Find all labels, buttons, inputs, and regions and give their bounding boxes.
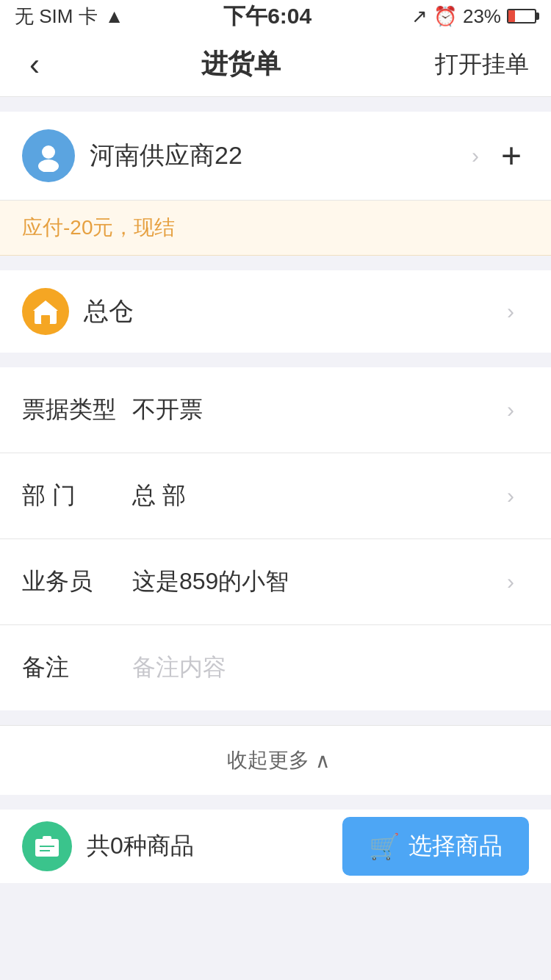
form-section: 票据类型 不开票 › 部 门 总 部 › 业务员 这是859的小智 › 备注 备… — [0, 367, 551, 710]
select-product-icon: 🛒 — [369, 832, 400, 861]
remark-label: 备注 — [22, 652, 118, 684]
department-value: 总 部 — [118, 480, 507, 512]
warehouse-chevron-icon: › — [507, 299, 514, 324]
location-icon: ↗ — [411, 5, 428, 28]
bottom-bar: 共0种商品 🛒 选择商品 — [0, 810, 551, 883]
warehouse-name: 总仓 — [84, 295, 507, 328]
warehouse-icon — [22, 288, 69, 335]
supplier-avatar-icon — [32, 140, 65, 172]
battery-icon — [507, 9, 536, 24]
status-right: ↗ ⏰ 23% — [411, 5, 536, 28]
department-label: 部 门 — [22, 480, 118, 512]
collapse-icon: ∧ — [315, 749, 331, 773]
notice-bar: 应付-20元，现结 — [0, 201, 551, 256]
select-product-label: 选择商品 — [408, 830, 503, 862]
page-title: 进货单 — [201, 46, 281, 82]
supplier-section: 河南供应商22 › + 应付-20元，现结 — [0, 112, 551, 256]
warehouse-row[interactable]: 总仓 › — [0, 270, 551, 353]
sim-label: 无 SIM 卡 — [15, 4, 98, 29]
status-time: 下午6:04 — [223, 1, 311, 32]
invoice-type-row[interactable]: 票据类型 不开票 › — [0, 367, 551, 453]
svg-rect-6 — [43, 836, 51, 842]
supplier-chevron-icon: › — [472, 143, 479, 168]
open-pending-button[interactable]: 打开挂单 — [435, 48, 529, 81]
department-chevron-icon: › — [507, 483, 514, 508]
salesperson-chevron-icon: › — [507, 569, 514, 594]
svg-rect-4 — [41, 315, 50, 324]
department-row[interactable]: 部 门 总 部 › — [0, 453, 551, 539]
select-product-button[interactable]: 🛒 选择商品 — [342, 817, 529, 876]
svg-marker-3 — [33, 300, 58, 311]
supplier-name: 河南供应商22 — [90, 139, 472, 173]
supplier-row[interactable]: 河南供应商22 › + — [0, 112, 551, 201]
warehouse-icon-svg — [32, 298, 60, 325]
remark-row[interactable]: 备注 备注内容 — [0, 625, 551, 710]
remark-input[interactable]: 备注内容 — [118, 652, 529, 684]
svg-point-0 — [42, 145, 55, 159]
invoice-type-chevron-icon: › — [507, 397, 514, 422]
product-icon-svg — [32, 832, 62, 861]
nav-bar: ‹ 进货单 打开挂单 — [0, 32, 551, 97]
page-background — [0, 883, 551, 980]
battery-label: 23% — [463, 5, 501, 28]
product-icon — [22, 821, 72, 871]
salesperson-row[interactable]: 业务员 这是859的小智 › — [0, 539, 551, 625]
wifi-icon: ▲ — [105, 5, 124, 28]
collapse-row[interactable]: 收起更多 ∧ — [0, 725, 551, 795]
svg-point-1 — [38, 159, 59, 172]
add-button[interactable]: + — [494, 138, 529, 173]
supplier-avatar — [22, 129, 75, 182]
status-left: 无 SIM 卡 ▲ — [15, 4, 123, 29]
invoice-type-value: 不开票 — [118, 394, 507, 426]
product-count: 共0种商品 — [87, 830, 342, 862]
collapse-label: 收起更多 — [227, 746, 309, 774]
status-bar: 无 SIM 卡 ▲ 下午6:04 ↗ ⏰ 23% — [0, 0, 551, 32]
back-button[interactable]: ‹ — [22, 42, 47, 87]
salesperson-label: 业务员 — [22, 566, 118, 598]
top-divider — [0, 97, 551, 112]
warehouse-section: 总仓 › — [0, 270, 551, 353]
salesperson-value: 这是859的小智 — [118, 566, 507, 598]
invoice-type-label: 票据类型 — [22, 394, 118, 426]
alarm-icon: ⏰ — [433, 5, 457, 28]
